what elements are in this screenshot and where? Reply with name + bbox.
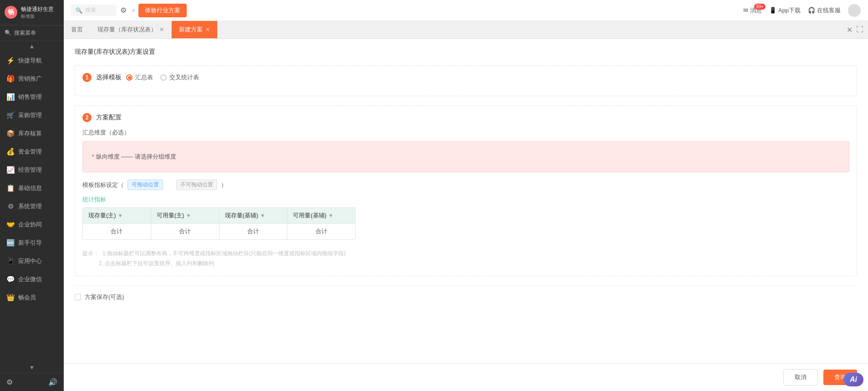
step1-section: 1 选择模板 汇总表 交叉统计表 (75, 65, 857, 96)
online-service-item[interactable]: 🎧 在线客服 (808, 6, 841, 15)
tab-home[interactable]: 首页 (64, 21, 90, 38)
sidebar-item-finance[interactable]: 💰 资金管理 (0, 143, 64, 161)
dimension-required-box: * 纵向维度 —— 请选择分组维度 (82, 141, 849, 172)
stats-col-2[interactable]: 现存量(基辅) ▼ (220, 208, 288, 223)
tab-new-scheme-close[interactable]: ✕ (205, 26, 210, 33)
stats-col-0[interactable]: 现存量(主) ▼ (83, 208, 151, 223)
stats-col-2-dropdown[interactable]: ▼ (260, 213, 265, 218)
sidebar-item-corp-wechat[interactable]: 💬 企业微信 (0, 270, 64, 288)
stats-cell-3: 合计 (287, 224, 355, 239)
content-area: 现存量(库存状况表)方案设置 1 选择模板 汇总表 交叉统计表 (64, 39, 868, 363)
stats-col-3[interactable]: 可用量(基辅) ▼ (287, 208, 355, 223)
sidebar-item-member[interactable]: 👑 畅会员 (0, 288, 64, 307)
inventory-icon: 📦 (6, 129, 15, 138)
step2-section: 2 方案配置 汇总维度（必选） * 纵向维度 —— 请选择分组维度 模板指标设定… (75, 105, 857, 276)
tab-home-label: 首页 (71, 26, 83, 33)
stats-col-1[interactable]: 可用量(主) ▼ (151, 208, 220, 223)
tab-inventory-status-close[interactable]: ✕ (159, 26, 164, 33)
audio-bottom-icon[interactable]: 🔊 (48, 378, 57, 386)
user-avatar[interactable] (848, 4, 861, 17)
tab-inventory-status[interactable]: 现存量（库存状况表） ✕ (90, 21, 172, 38)
sidebar-item-system[interactable]: ⚙ 系统管理 (0, 197, 64, 216)
required-star: * (92, 153, 94, 160)
sidebar-item-label: 库存核算 (18, 129, 42, 138)
sidebar-item-basic-info[interactable]: 📋 基础信息 (0, 179, 64, 197)
sidebar-item-label: 资金管理 (18, 148, 42, 156)
radio-summary[interactable]: 汇总表 (126, 73, 153, 82)
topbar-cta-button[interactable]: 体验行业方案 (138, 4, 187, 17)
footer-bar: 取消 查询 (64, 363, 868, 391)
sales-icon: 📊 (6, 93, 15, 101)
tip-2-line: 2. 点击标题栏下拉可设置排序、插入列和删除列 (82, 259, 849, 269)
sidebar-item-label: 畅会员 (18, 293, 36, 302)
topbar-left: 🔍 搜索 ⚙ ▾ 体验行业方案 (71, 4, 738, 17)
sidebar-nav: ⚡ 快捷导航 🎁 营销推广 📊 销售管理 🛒 采购管理 📦 库存核算 💰 资金管… (0, 51, 64, 362)
stats-cell-2: 合计 (220, 224, 288, 239)
save-label: 方案保存(可选) (85, 293, 124, 301)
dimension-section-label: 汇总维度（必选） (82, 129, 849, 137)
radio-cross[interactable]: 交叉统计表 (160, 73, 199, 82)
topbar-search-box[interactable]: 🔍 搜索 (71, 5, 117, 16)
dimension-placeholder: * 纵向维度 —— 请选择分组维度 (92, 153, 176, 160)
indicator-settings-text: 模板指标设定（ (82, 181, 124, 189)
app-logo-icon: 畅 (5, 6, 17, 19)
stats-col-3-label: 可用量(基辅) (293, 211, 327, 220)
sidebar-item-label: 快捷导航 (18, 57, 42, 65)
indicator-settings-label: 模板指标设定（ 可拖动位置 不可拖动位置 ） (82, 180, 849, 190)
app-name: 畅捷通好生意 (21, 5, 54, 13)
app-version: 标准版 (21, 13, 54, 20)
step2-header: 2 方案配置 (82, 113, 849, 122)
corp-wechat-icon: 💬 (6, 275, 15, 283)
sidebar: 畅 畅捷通好生意 标准版 🔍 搜索菜单 ▲ ⚡ 快捷导航 🎁 营销推广 📊 销售… (0, 0, 64, 391)
stats-table-row: 合计 合计 合计 合计 (83, 223, 355, 239)
topbar-dropdown-arrow[interactable]: ▾ (132, 7, 135, 14)
tab-new-scheme[interactable]: 新建方案 ✕ (172, 21, 218, 38)
sidebar-item-label: 销售管理 (18, 93, 42, 101)
window-maximize-icon[interactable]: ⛶ (856, 26, 863, 34)
sidebar-item-label: 基础信息 (18, 184, 42, 192)
ai-badge[interactable]: Ai (843, 373, 863, 386)
stats-col-0-dropdown[interactable]: ▼ (118, 213, 123, 218)
sidebar-item-sales[interactable]: 📊 销售管理 (0, 88, 64, 106)
stats-col-1-dropdown[interactable]: ▼ (186, 213, 191, 218)
sidebar-item-corp-coop[interactable]: 🤝 企业协同 (0, 216, 64, 234)
topbar-messages[interactable]: ✉ 消息 99+ (743, 6, 762, 15)
operation-icon: 📈 (6, 166, 15, 174)
sidebar-bottom: ⚙ 🔊 (0, 373, 64, 391)
save-checkbox[interactable] (75, 294, 81, 300)
sidebar-item-new-guide[interactable]: 🆕 新手引导 (0, 234, 64, 252)
stats-col-3-dropdown[interactable]: ▼ (328, 213, 333, 218)
sidebar-item-operation[interactable]: 📈 经营管理 (0, 161, 64, 179)
tabbar: 首页 现存量（库存状况表） ✕ 新建方案 ✕ ✕ ⛶ (64, 21, 868, 39)
step1-header: 1 选择模板 汇总表 交叉统计表 (82, 73, 849, 82)
step1-title: 选择模板 (96, 73, 122, 82)
indicator-close-paren: ） (221, 181, 227, 189)
sidebar-scroll-down[interactable]: ▼ (0, 362, 64, 373)
sidebar-item-quick-nav[interactable]: ⚡ 快捷导航 (0, 51, 64, 70)
corp-coop-icon: 🤝 (6, 221, 15, 229)
tab-inventory-status-label: 现存量（库存状况表） (97, 26, 157, 34)
stats-col-2-label: 现存量(基辅) (225, 211, 259, 220)
headset-icon: 🎧 (808, 7, 815, 14)
cancel-button[interactable]: 取消 (783, 369, 818, 386)
sidebar-scroll-up[interactable]: ▲ (0, 41, 64, 51)
radio-summary-label: 汇总表 (135, 73, 153, 82)
topbar-settings-icon[interactable]: ⚙ (120, 6, 127, 15)
member-icon: 👑 (6, 293, 15, 302)
sidebar-item-marketing[interactable]: 🎁 营销推广 (0, 70, 64, 88)
window-close-icon[interactable]: ✕ (847, 26, 853, 34)
sidebar-item-label: 新手引导 (18, 239, 42, 247)
indicator-close-text (167, 181, 173, 189)
sidebar-search[interactable]: 🔍 搜索菜单 (0, 26, 64, 41)
stats-cell-0: 合计 (83, 224, 151, 239)
step1-badge: 1 (82, 73, 92, 82)
sidebar-item-purchase[interactable]: 🛒 采购管理 (0, 106, 64, 124)
sidebar-item-app-center[interactable]: 📱 应用中心 (0, 252, 64, 270)
settings-bottom-icon[interactable]: ⚙ (6, 378, 13, 386)
template-radio-group: 汇总表 交叉统计表 (126, 73, 199, 82)
tab-window-controls: ✕ ⛶ (847, 26, 868, 34)
app-download-item[interactable]: 📱 App下载 (769, 6, 801, 15)
quick-nav-icon: ⚡ (6, 57, 15, 65)
sidebar-item-label: 企业协同 (18, 221, 42, 229)
sidebar-item-inventory[interactable]: 📦 库存核算 (0, 124, 64, 143)
